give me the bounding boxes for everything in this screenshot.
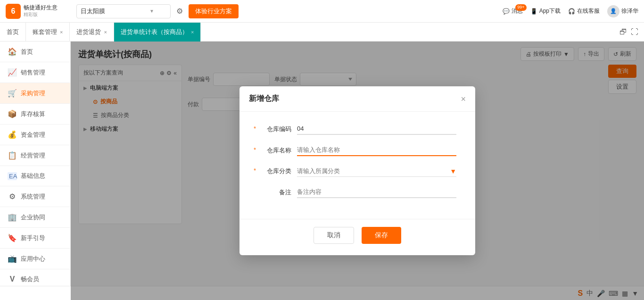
cancel-button[interactable]: 取消 bbox=[314, 227, 354, 244]
sidebar-item-home-label: 首页 bbox=[21, 48, 33, 56]
purchase-icon: 🛒 bbox=[8, 89, 17, 98]
name-label: 仓库名称 bbox=[258, 146, 291, 155]
sidebar-item-system[interactable]: ⚙ 系统管理 bbox=[0, 186, 70, 207]
sidebar-item-basic-info[interactable]: EA 基础信息 bbox=[0, 166, 70, 186]
sidebar-item-enterprise[interactable]: 🏢 企业协同 bbox=[0, 207, 70, 228]
message-icon: 💬 bbox=[503, 8, 510, 15]
sidebar-item-basic-info-label: 基础信息 bbox=[21, 172, 45, 180]
tab-restore-icon[interactable]: 🗗 bbox=[619, 28, 627, 36]
logo-area: 6 畅捷通好生意 精彩版 bbox=[6, 4, 76, 19]
remark-input[interactable] bbox=[297, 186, 456, 198]
logo-text: 畅捷通好生意 精彩版 bbox=[24, 4, 58, 18]
sidebar-item-purchase[interactable]: 🛒 采购管理 bbox=[0, 83, 70, 104]
inventory-icon: 📦 bbox=[8, 109, 17, 118]
tab-account-management[interactable]: 账套管理 × bbox=[26, 23, 70, 42]
modal-footer: 取消 保存 bbox=[239, 219, 475, 255]
sidebar-item-inventory-label: 库存核算 bbox=[21, 110, 45, 118]
sidebar-item-finance-label: 资金管理 bbox=[21, 131, 45, 139]
tab-right-icons: 🗗 ⛶ bbox=[619, 28, 644, 36]
search-dropdown-icon[interactable]: ▼ bbox=[149, 8, 154, 14]
sidebar-item-membership-label: 畅会员 bbox=[21, 275, 39, 283]
category-label: 仓库分类 bbox=[258, 167, 291, 175]
sidebar-item-operations[interactable]: 📋 经营管理 bbox=[0, 145, 70, 166]
tab-purchase-return-label: 进货退货 bbox=[76, 28, 101, 36]
nav-search-box[interactable]: ▼ bbox=[76, 4, 171, 18]
content-area: 进货单统计(按商品) 🖨 按模板打印 ▼ ↑ 导出 ↺ 刷新 bbox=[71, 42, 644, 300]
tab-purchase-stats-label: 进货单统计表（按商品） bbox=[121, 28, 188, 36]
phone-icon: 📱 bbox=[530, 8, 537, 15]
category-select-wrap: ▼ bbox=[297, 166, 456, 177]
online-service-nav-item[interactable]: 🎧 在线客服 bbox=[568, 7, 600, 15]
headset-icon: 🎧 bbox=[568, 8, 575, 15]
new-warehouse-modal: 新增仓库 × 仓库编码 仓库名称 仓库分类 bbox=[239, 86, 475, 255]
sidebar: 🏠 首页 📈 销售管理 🛒 采购管理 📦 库存核算 💰 资金管理 📋 经营管理 … bbox=[0, 42, 71, 300]
settings-icon[interactable]: ⚙ bbox=[174, 5, 185, 17]
warehouse-code-input[interactable] bbox=[297, 123, 456, 135]
sidebar-item-system-label: 系统管理 bbox=[21, 192, 45, 201]
operations-icon: 📋 bbox=[8, 151, 17, 160]
sidebar-item-apps-label: 应用中心 bbox=[21, 255, 45, 263]
app-download-nav-item[interactable]: 📱 App下载 bbox=[530, 7, 561, 15]
modal-overlay[interactable]: 新增仓库 × 仓库编码 仓库名称 仓库分类 bbox=[71, 42, 644, 300]
tab-bar: 首页 账套管理 × 进货退货 × 进货单统计表（按商品） × 🗗 ⛶ bbox=[0, 23, 644, 42]
form-row-category: 仓库分类 ▼ bbox=[258, 166, 456, 177]
search-input[interactable] bbox=[81, 8, 147, 15]
close-account-tab-icon[interactable]: × bbox=[60, 29, 63, 35]
sidebar-item-finance[interactable]: 💰 资金管理 bbox=[0, 125, 70, 145]
messages-nav-item[interactable]: 💬 消息 99+ bbox=[503, 7, 523, 15]
guide-icon: 🔖 bbox=[8, 233, 17, 242]
enterprise-icon: 🏢 bbox=[8, 213, 17, 222]
remark-label: 备注 bbox=[258, 188, 291, 197]
user-nav-item[interactable]: 👤 徐泽华 bbox=[607, 5, 638, 17]
tab-fullscreen-icon[interactable]: ⛶ bbox=[631, 28, 638, 36]
form-row-remark: 备注 bbox=[258, 186, 456, 198]
category-input[interactable] bbox=[297, 166, 450, 176]
avatar: 👤 bbox=[607, 5, 619, 17]
sidebar-item-inventory[interactable]: 📦 库存核算 bbox=[0, 104, 70, 125]
apps-icon: 📺 bbox=[8, 254, 17, 263]
close-purchase-return-tab-icon[interactable]: × bbox=[104, 29, 107, 35]
tab-account-label: 账套管理 bbox=[33, 28, 57, 36]
sidebar-item-sales[interactable]: 📈 销售管理 bbox=[0, 62, 70, 83]
system-icon: ⚙ bbox=[8, 192, 17, 201]
sales-icon: 📈 bbox=[8, 68, 17, 77]
modal-title: 新增仓库 bbox=[249, 94, 279, 104]
modal-header: 新增仓库 × bbox=[239, 86, 475, 112]
tab-home[interactable]: 首页 bbox=[0, 23, 26, 42]
basic-info-icon: EA bbox=[8, 172, 17, 180]
main-layout: 🏠 首页 📈 销售管理 🛒 采购管理 📦 库存核算 💰 资金管理 📋 经营管理 … bbox=[0, 42, 644, 300]
sidebar-item-operations-label: 经营管理 bbox=[21, 151, 45, 160]
top-nav: 6 畅捷通好生意 精彩版 ▼ ⚙ 体验行业方案 💬 消息 99+ 📱 App下载… bbox=[0, 0, 644, 23]
sidebar-item-guide[interactable]: 🔖 新手引导 bbox=[0, 228, 70, 249]
finance-icon: 💰 bbox=[8, 130, 17, 139]
nav-search-area: ▼ ⚙ 体验行业方案 bbox=[76, 4, 503, 18]
home-tab-label: 首页 bbox=[7, 28, 19, 36]
sidebar-item-purchase-label: 采购管理 bbox=[21, 89, 45, 98]
sidebar-item-apps[interactable]: 📺 应用中心 bbox=[0, 249, 70, 269]
save-button[interactable]: 保存 bbox=[362, 227, 401, 244]
tab-purchase-stats[interactable]: 进货单统计表（按商品） × bbox=[114, 23, 201, 42]
close-purchase-stats-tab-icon[interactable]: × bbox=[191, 29, 194, 35]
warehouse-name-input[interactable] bbox=[297, 144, 456, 156]
sidebar-item-sales-label: 销售管理 bbox=[21, 68, 45, 77]
modal-body: 仓库编码 仓库名称 仓库分类 ▼ bbox=[239, 112, 475, 219]
sidebar-item-guide-label: 新手引导 bbox=[21, 234, 45, 242]
nav-right: 💬 消息 99+ 📱 App下载 🎧 在线客服 👤 徐泽华 bbox=[503, 5, 638, 17]
modal-close-icon[interactable]: × bbox=[461, 95, 466, 103]
form-row-code: 仓库编码 bbox=[258, 123, 456, 135]
membership-icon: V bbox=[8, 275, 17, 283]
tab-purchase-return[interactable]: 进货退货 × bbox=[70, 23, 114, 42]
category-dropdown-icon[interactable]: ▼ bbox=[450, 167, 456, 175]
logo-icon: 6 bbox=[6, 4, 21, 19]
sidebar-item-enterprise-label: 企业协同 bbox=[21, 213, 45, 222]
form-row-name: 仓库名称 bbox=[258, 144, 456, 156]
trial-button[interactable]: 体验行业方案 bbox=[189, 4, 239, 18]
sidebar-item-home[interactable]: 🏠 首页 bbox=[0, 42, 70, 62]
code-label: 仓库编码 bbox=[258, 125, 291, 133]
home-icon: 🏠 bbox=[8, 47, 17, 56]
